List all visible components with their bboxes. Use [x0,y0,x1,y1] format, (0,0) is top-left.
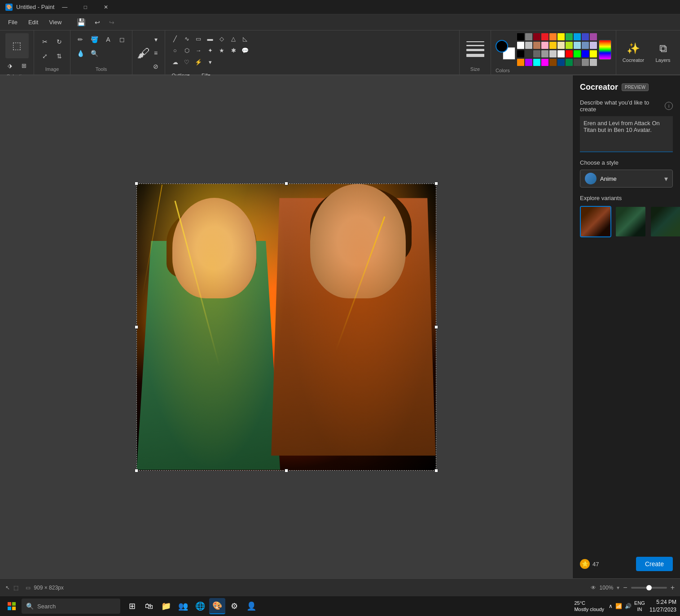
cocreator-ribbon-button[interactable]: ✨ Cocreator [620,35,647,70]
prompt-textarea[interactable] [580,116,673,152]
oval-shape[interactable]: ○ [170,45,180,56]
rhombus-shape[interactable]: ◇ [216,33,227,44]
select-all-button[interactable]: ⊞ [18,59,30,72]
color-swatch[interactable] [582,42,589,49]
canvas-area[interactable] [0,75,572,578]
triangle-shape[interactable]: △ [228,33,239,44]
color-swatch[interactable] [517,42,524,49]
color-swatch[interactable] [549,42,557,49]
star4-shape[interactable]: ✦ [205,45,215,56]
maximize-button[interactable]: □ [75,0,96,14]
selection-handle-ml[interactable] [135,325,138,329]
color-swatch[interactable] [557,33,565,40]
color-swatch[interactable] [517,50,524,57]
info-icon[interactable]: i [665,102,673,110]
color-swatch[interactable] [582,33,589,40]
visibility-icon[interactable]: 👁 [591,585,596,591]
color-swatch[interactable] [525,33,532,40]
zoom-slider[interactable] [631,587,667,589]
color-swatch[interactable] [541,42,548,49]
color-swatch[interactable] [582,59,589,66]
minimize-button[interactable]: — [54,0,75,14]
color-swatch[interactable] [541,50,548,57]
color-swatch[interactable] [517,33,524,40]
selection-handle-bl[interactable] [135,469,138,472]
selection-handle-br[interactable] [434,469,438,472]
menu-edit[interactable]: Edit [24,17,43,27]
more-shapes[interactable]: ▾ [205,57,215,67]
system-clock[interactable]: 5:24 PM 11/27/2023 [649,599,676,614]
color-swatch[interactable] [549,59,557,66]
start-button[interactable] [4,598,20,614]
magnify-tool[interactable]: 🔍 [88,47,101,60]
color-swatch[interactable] [533,33,540,40]
fill-tool[interactable]: 🪣 [88,33,101,46]
lang-indicator[interactable]: ENGIN [634,600,645,613]
color-swatch[interactable] [590,33,597,40]
color-swatch[interactable] [574,42,581,49]
volume-icon[interactable]: 🔊 [625,603,632,609]
task-view-button[interactable]: ⊞ [124,598,140,614]
lightning-shape[interactable]: ⚡ [193,57,204,67]
zoom-out-button[interactable]: − [623,584,627,592]
color-swatch[interactable] [533,59,540,66]
foreground-color-swatch[interactable] [496,40,508,52]
user-icon[interactable]: 👤 [243,598,259,614]
color-swatch[interactable] [525,59,532,66]
color-swatch[interactable] [517,59,524,66]
crop-button[interactable]: ✂ [39,35,51,48]
color-swatch[interactable] [566,33,573,40]
color-swatch[interactable] [541,59,548,66]
menu-view[interactable]: View [44,17,66,27]
rect2-shape[interactable]: ▬ [205,33,215,44]
color-swatch[interactable] [566,42,573,49]
brush-main-button[interactable]: 🖌 [137,46,149,61]
resize-button[interactable]: ⤢ [39,50,51,62]
redo-button[interactable]: ↪ [105,16,118,29]
size-1[interactable] [466,41,484,42]
callout-shape[interactable]: 💬 [240,45,250,56]
text-tool[interactable]: A [102,33,114,46]
arrow-shape[interactable]: → [193,45,204,56]
color-swatch[interactable] [566,59,573,66]
selection-handle-tm[interactable] [285,182,288,185]
selection-handle-tr[interactable] [434,182,438,185]
hexagon-shape[interactable]: ⬡ [181,45,192,56]
selection-handle-tl[interactable] [135,182,138,185]
selection-tool-button[interactable]: ⬚ [5,33,29,58]
color-swatch[interactable] [525,42,532,49]
create-button[interactable]: Create [636,557,673,571]
brush-option2[interactable]: ≡ [151,47,160,59]
rect-shape[interactable]: ▭ [193,33,204,44]
right-triangle[interactable]: ◺ [240,33,250,44]
star5-shape[interactable]: ★ [216,45,227,56]
color-swatch[interactable] [549,33,557,40]
color-swatch[interactable] [574,50,581,57]
colorpicker-tool[interactable]: 💧 [74,47,87,60]
settings-icon[interactable]: ⚙ [226,598,242,614]
cloud-shape[interactable]: ☁ [170,57,180,67]
flip-button[interactable]: ⇅ [53,50,66,62]
selection-handle-bm[interactable] [285,469,288,472]
size-3[interactable] [466,49,484,51]
network-icon[interactable]: 📶 [615,603,622,609]
taskbar-search-box[interactable]: 🔍 Search [22,599,120,614]
brush-option3[interactable]: ⊘ [151,60,160,73]
close-button[interactable]: ✕ [96,0,116,14]
color-swatch[interactable] [590,59,597,66]
eraser-tool[interactable]: ◻ [116,33,128,46]
line-shape[interactable]: ╱ [170,33,180,44]
variant-thumb-3[interactable] [650,206,680,237]
curve-shape[interactable]: ∿ [181,33,192,44]
color-swatch[interactable] [533,50,540,57]
variant-thumb-1[interactable] [580,206,611,237]
brush-dropdown[interactable]: ▾ [151,33,160,46]
color-swatch[interactable] [574,33,581,40]
edge-icon[interactable]: 🌐 [192,598,208,614]
color-gradient-swatch[interactable] [599,40,611,60]
color-swatch[interactable] [541,33,548,40]
zoom-in-button[interactable]: + [671,584,675,592]
save-button[interactable]: 💾 [75,16,88,29]
color-swatch[interactable] [525,50,532,57]
chevron-up-icon[interactable]: ∧ [609,603,613,609]
